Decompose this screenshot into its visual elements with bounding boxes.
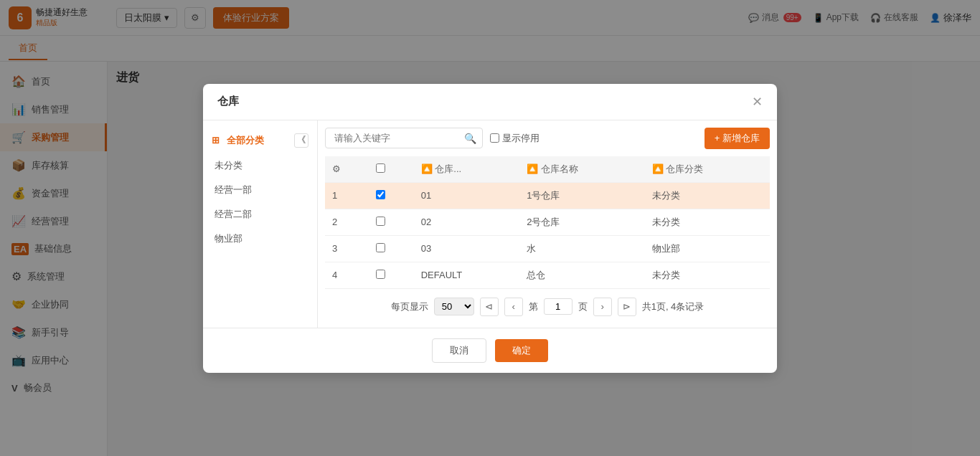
row-checkbox-cell	[369, 209, 414, 235]
add-warehouse-button[interactable]: + 新增仓库	[705, 128, 770, 149]
grid-icon: ⊞	[212, 135, 220, 146]
table-row[interactable]: 1 01 1号仓库 未分类	[325, 182, 770, 209]
row-checkbox-cell	[369, 182, 414, 209]
cancel-button[interactable]: 取消	[432, 338, 486, 363]
page-input[interactable]	[544, 298, 573, 315]
row-action[interactable]: 2	[325, 209, 369, 235]
row-code: 02	[414, 209, 520, 235]
table-panel: 🔍 显示停用 + 新增仓库 ⚙ 🔼 仓库...	[318, 120, 777, 328]
show-disabled-wrap: 显示停用	[490, 132, 540, 145]
row-code: 03	[414, 235, 520, 262]
per-page-select[interactable]: 50 100	[434, 298, 474, 315]
row-name: 水	[519, 235, 644, 262]
category-item-dept1[interactable]: 经营一部	[203, 178, 317, 202]
col-name: 🔼 仓库名称	[519, 156, 644, 183]
row-category: 物业部	[645, 235, 770, 262]
row-checkbox[interactable]	[376, 243, 385, 252]
table-row[interactable]: 3 03 水 物业部	[325, 235, 770, 262]
last-page-button[interactable]: ⊳	[618, 298, 636, 316]
table-header-row: ⚙ 🔼 仓库... 🔼 仓库名称 🔼 仓库分类	[325, 156, 770, 183]
table-row[interactable]: 4 DEFAULT 总仓 未分类	[325, 262, 770, 288]
row-checkbox[interactable]	[376, 217, 385, 226]
search-input-wrap: 🔍	[325, 128, 483, 148]
dialog-body: ⊞ 全部分类 《 未分类 经营一部 经营二部 物业部 🔍	[203, 120, 777, 328]
category-panel: ⊞ 全部分类 《 未分类 经营一部 经营二部 物业部	[203, 120, 318, 328]
row-name: 2号仓库	[519, 209, 644, 235]
row-name: 总仓	[519, 262, 644, 288]
row-action[interactable]: 1	[325, 182, 369, 209]
table-toolbar: 🔍 显示停用 + 新增仓库	[325, 128, 770, 149]
page-label: 页	[578, 300, 588, 313]
collapse-button[interactable]: 《	[294, 133, 308, 148]
show-disabled-label: 显示停用	[502, 132, 540, 145]
show-disabled-checkbox[interactable]	[490, 133, 499, 143]
warehouse-dialog: 仓库 ✕ ⊞ 全部分类 《 未分类 经营一部 经营二部 物业部	[203, 84, 777, 373]
row-action[interactable]: 3	[325, 235, 369, 262]
all-category-label: 全部分类	[227, 135, 264, 146]
pagination: 每页显示 50 100 ⊲ ‹ 第 页 › ⊳ 共1页, 4条记录	[325, 289, 770, 320]
row-category: 未分类	[645, 262, 770, 288]
table-row[interactable]: 2 02 2号仓库 未分类	[325, 209, 770, 235]
prev-page-button[interactable]: ‹	[504, 298, 523, 316]
dialog-footer: 取消 确定	[203, 328, 777, 373]
confirm-button[interactable]: 确定	[495, 339, 548, 362]
dialog-title: 仓库	[217, 95, 239, 108]
row-code: DEFAULT	[414, 262, 520, 288]
col-category: 🔼 仓库分类	[645, 156, 770, 183]
all-category-item[interactable]: ⊞ 全部分类 《	[203, 128, 317, 153]
dialog-overlay: 仓库 ✕ ⊞ 全部分类 《 未分类 经营一部 经营二部 物业部	[0, 0, 980, 456]
row-checkbox[interactable]	[376, 270, 385, 279]
col-settings: ⚙	[325, 156, 369, 183]
first-page-button[interactable]: ⊲	[480, 298, 499, 316]
total-info: 共1页, 4条记录	[642, 300, 705, 313]
col-checkbox	[369, 156, 414, 183]
dialog-header: 仓库 ✕	[203, 84, 777, 120]
row-category: 未分类	[645, 209, 770, 235]
next-page-button[interactable]: ›	[593, 298, 612, 316]
warehouse-table: ⚙ 🔼 仓库... 🔼 仓库名称 🔼 仓库分类 1 01 1号仓库 未分类 2 …	[325, 156, 770, 289]
select-all-checkbox[interactable]	[376, 163, 385, 173]
settings-icon: ⚙	[332, 163, 341, 174]
search-icon: 🔍	[464, 133, 476, 144]
row-name: 1号仓库	[519, 182, 644, 209]
category-item-property[interactable]: 物业部	[203, 227, 317, 251]
category-item-unclassified[interactable]: 未分类	[203, 153, 317, 178]
row-checkbox-cell	[369, 235, 414, 262]
search-input[interactable]	[331, 128, 464, 148]
page-label-pre: 第	[529, 300, 538, 313]
row-checkbox-cell	[369, 262, 414, 288]
category-item-dept2[interactable]: 经营二部	[203, 202, 317, 227]
row-action[interactable]: 4	[325, 262, 369, 288]
col-code: 🔼 仓库...	[414, 156, 520, 183]
row-category: 未分类	[645, 182, 770, 209]
row-code: 01	[414, 182, 520, 209]
row-checkbox[interactable]	[376, 190, 385, 199]
per-page-label: 每页显示	[391, 300, 428, 313]
close-button[interactable]: ✕	[752, 94, 763, 110]
